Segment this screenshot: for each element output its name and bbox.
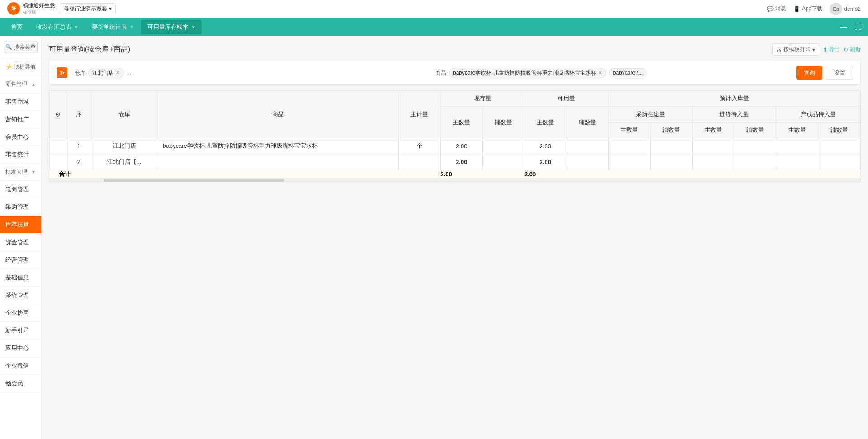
maximize-icon[interactable]: ⛶ [853,21,863,33]
logo-text: 畅捷通好生意 [23,2,55,9]
product-tag-2[interactable]: babycare?... [609,68,647,77]
cell-stock-aux [482,154,524,170]
minimize-icon[interactable]: — [838,21,849,33]
quick-nav-button[interactable]: ⚡ 快捷导航 [4,61,38,73]
summary-product-main [776,170,818,179]
product-tag-1-remove[interactable]: ✕ [598,70,602,76]
gear-icon[interactable]: ⚙ [55,111,61,118]
col-inbound-group: 进货待入量 [692,107,776,123]
cell-inbound-aux [734,138,776,154]
product-tag-1[interactable]: babycare学饮杯 儿童防摔防撞吸管杯重力球吸嘴杯宝宝水杯 ✕ [449,68,606,78]
scrollbar-thumb[interactable] [104,179,284,182]
tab-receive-pay-close[interactable]: ✕ [74,24,78,30]
cell-available-aux [566,154,609,170]
tab-order-stats[interactable]: 要货单统计表 ✕ [85,20,140,34]
user-profile[interactable]: Ea demo2 [830,3,861,15]
print-template-button[interactable]: 🖨 按模板打印 ▾ [772,43,819,56]
sidebar-item-member-center[interactable]: 会员中心 [0,128,41,146]
sidebar-item-enterprise-wechat[interactable]: 企业微信 [0,357,41,375]
export-label: 导出 [829,46,840,53]
sidebar-item-retail-store[interactable]: 零售商城 [0,93,41,111]
logo-area: 好 畅捷通好生意 标准版 [7,2,55,15]
page-title: 可用量查询(按仓库+商品) [49,45,130,54]
sidebar-item-inventory-check[interactable]: 库存核算 [0,216,41,234]
filter-toggle-icon: ≫ [59,70,65,76]
tab-receive-pay[interactable]: 收发存汇总表 ✕ [30,20,85,34]
warehouse-tag[interactable]: 江北门店 ✕ [88,68,124,78]
sidebar-item-retail-stats[interactable]: 零售统计 [0,146,41,164]
product-filter-group: 商品 babycare学饮杯 儿童防摔防撞吸管杯重力球吸嘴杯宝宝水杯 ✕ bab… [435,68,789,78]
col-inbound-aux: 辅数量 [734,123,776,138]
col-product-group: 产成品待入量 [776,107,860,123]
logo-sub: 标准版 [23,9,55,15]
sidebar-item-basic-info[interactable]: 基础信息 [0,269,41,287]
sidebar-item-system-mgmt[interactable]: 系统管理 [0,287,41,304]
tab-available-stock-close[interactable]: ✕ [191,24,195,30]
sidebar-item-business-mgmt[interactable]: 经营管理 [0,251,41,269]
cell-available-main: 2.00 [524,138,566,154]
product-filter-label: 商品 [435,69,446,77]
col-unit: 主计量 [399,91,441,138]
sidebar-item-finance-mgmt[interactable]: 资金管理 [0,234,41,251]
sidebar-search-button[interactable]: 🔍 搜索菜单 [4,41,38,53]
cell-unit [399,154,441,170]
col-purchase-main: 主数量 [609,123,651,138]
message-icon: 💬 [767,6,774,12]
summary-row: 合计 2.00 2.00 [50,170,860,179]
sidebar-item-enterprise-collab-label: 企业协同 [5,309,29,317]
industry-selector[interactable]: 母婴行业演示账套 ▾ [60,3,116,14]
nav-tabs: 首页 收发存汇总表 ✕ 要货单统计表 ✕ 可用量库存账本 ✕ — ⛶ [0,18,868,36]
cell-purchase-aux [650,138,692,154]
warehouse-tag-value: 江北门店 [92,69,114,77]
cell-no: 2 [66,154,91,170]
col-available-main: 主数量 [524,107,566,138]
top-bar-right: 💬 消息 📱 App下载 Ea demo2 [767,3,861,15]
query-button[interactable]: 查询 [796,66,822,80]
quick-nav-icon: ⚡ [5,64,12,70]
tab-available-stock[interactable]: 可用量库存账本 ✕ [141,20,202,34]
cell-purchase-main [609,138,651,154]
cell-product-main [776,154,818,170]
sidebar-item-new-guide[interactable]: 新手引导 [0,322,41,340]
sidebar-item-app-center[interactable]: 应用中心 [0,340,41,357]
filter-toggle-button[interactable]: ≫ [57,67,67,78]
sidebar-item-marketing[interactable]: 营销推广 [0,111,41,128]
sidebar-item-member-center-label: 会员中心 [5,133,29,141]
expand-icon-2: ▼ [31,170,36,175]
content-area: 可用量查询(按仓库+商品) 🖨 按模板打印 ▾ ⬆ 导出 ↻ 刷新 [42,36,868,439]
app-download-button[interactable]: 📱 App下载 [793,5,822,13]
filter-actions: 查询 设置 [796,66,853,80]
refresh-icon: ↻ [844,47,848,53]
sidebar-item-retail-mgmt[interactable]: 零售管理 ▲ [0,76,41,93]
cell-stock-main: 2.00 [440,154,482,170]
refresh-label: 刷新 [850,46,861,53]
export-button[interactable]: ⬆ 导出 [823,46,840,53]
col-stock-main: 主数量 [440,107,482,138]
sidebar-item-ecommerce-mgmt[interactable]: 电商管理 [0,181,41,198]
sidebar-item-retail-store-label: 零售商城 [5,98,29,106]
cell-stock-aux [482,138,524,154]
tab-home[interactable]: 首页 [5,20,29,34]
tab-order-stats-close[interactable]: ✕ [130,24,134,30]
settings-button[interactable]: 设置 [826,66,853,80]
col-available-aux: 辅数量 [566,107,609,138]
refresh-button[interactable]: ↻ 刷新 [844,46,861,53]
expand-icon: ▲ [31,82,36,87]
warehouse-more[interactable]: ... [127,70,131,76]
cell-inbound-main [692,154,734,170]
sidebar-item-purchase-mgmt[interactable]: 采购管理 [0,198,41,216]
industry-label: 母婴行业演示账套 [64,5,107,13]
warehouse-tag-remove[interactable]: ✕ [116,70,120,76]
search-icon: 🔍 [5,44,12,50]
sidebar-search-area: 🔍 搜索菜单 [0,36,41,58]
page-actions: 🖨 按模板打印 ▾ ⬆ 导出 ↻ 刷新 [772,43,861,56]
cell-warehouse: 江北门店 [91,138,157,154]
sidebar-item-enterprise-collab[interactable]: 企业协同 [0,304,41,322]
message-button[interactable]: 💬 消息 [767,5,786,13]
message-label: 消息 [775,5,786,13]
print-icon: 🖨 [776,47,782,53]
main-layout: 🔍 搜索菜单 ⚡ 快捷导航 零售管理 ▲ 零售商城 营销推广 会员中心 零售统计 [0,36,868,439]
sidebar-item-wholesale-mgmt[interactable]: 批发管理 ▼ [0,164,41,181]
data-table: ⚙ 序 仓库 商品 主计量 现存量 可用量 预计入库量 主数量 辅数量 主数量 [49,90,860,178]
sidebar-item-vip-member[interactable]: 畅会员 [0,375,41,392]
